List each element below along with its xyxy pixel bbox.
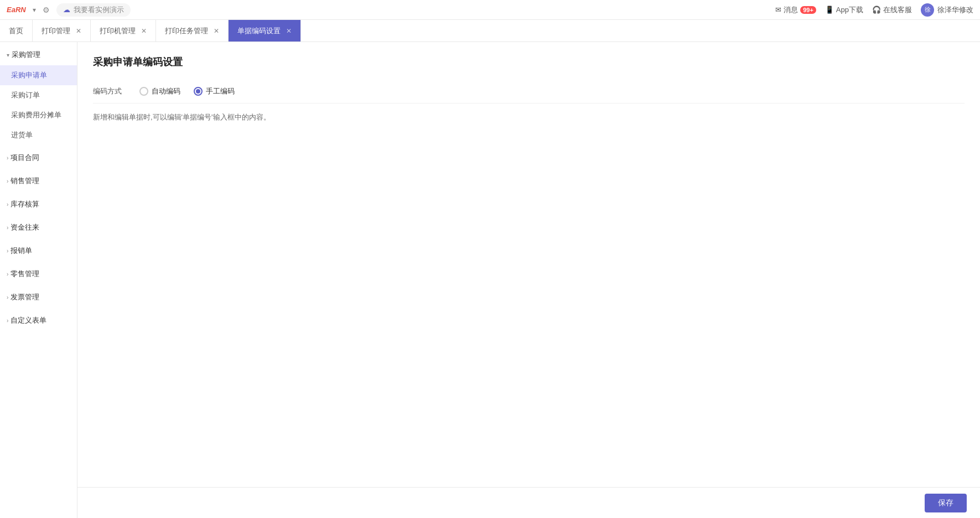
search-text: 我要看实例演示 (74, 5, 124, 15)
tab-print-manage-label: 打印管理 (42, 26, 70, 36)
sidebar-group-project-title[interactable]: › 项目合同 (0, 147, 77, 168)
tab-single-code[interactable]: 单据编码设置 ✕ (229, 20, 301, 42)
page-title: 采购申请单编码设置 (93, 55, 965, 69)
encoding-label: 编码方式 (93, 86, 126, 96)
tab-print-task-label: 打印任务管理 (165, 26, 208, 36)
radio-manual-code[interactable]: 手工编码 (194, 86, 235, 96)
sidebar-item-inbound-label: 进货单 (11, 131, 33, 139)
sidebar-group-purchase: ▾ 采购管理 采购申请单 采购订单 采购费用分摊单 进货单 (0, 44, 77, 145)
radio-auto-code[interactable]: 自动编码 (139, 86, 180, 96)
arrow-right-icon5: › (7, 248, 8, 254)
app-download-label: App下载 (836, 5, 863, 15)
sidebar-item-purchase-expense-label: 采购费用分摊单 (11, 111, 61, 119)
sidebar-group-project-label: 项目合同 (11, 153, 39, 163)
search-bar[interactable]: ☁ 我要看实例演示 (56, 3, 131, 17)
radio-group: 自动编码 手工编码 (139, 86, 235, 96)
sidebar-group-invoice-title[interactable]: › 发票管理 (0, 287, 77, 308)
messages-label: 消息 (784, 5, 798, 15)
sidebar-group-invoice: › 发票管理 (0, 287, 77, 308)
tab-print-manage[interactable]: 打印管理 ✕ (33, 20, 91, 42)
sidebar-group-purchase-title[interactable]: ▾ 采购管理 (0, 44, 77, 65)
sidebar-group-fund-label: 资金往来 (11, 222, 39, 232)
sidebar-group-retail-label: 零售管理 (11, 269, 39, 279)
top-bar-right: ✉ 消息 99+ 📱 App下载 🎧 在线客服 徐 徐泽华修改 (775, 3, 973, 17)
avatar: 徐 (921, 3, 934, 17)
arrow-right-icon6: › (7, 271, 8, 277)
message-icon: ✉ (775, 6, 781, 14)
sidebar-item-purchase-request[interactable]: 采购申请单 (0, 65, 77, 85)
headset-icon: 🎧 (872, 6, 881, 14)
sidebar-group-sales-label: 销售管理 (11, 176, 39, 186)
messages-button[interactable]: ✉ 消息 99+ (775, 5, 816, 15)
tab-printer-manage-label: 打印机管理 (100, 26, 136, 36)
chevron-down-icon[interactable]: ▾ (33, 6, 36, 14)
tab-print-task[interactable]: 打印任务管理 ✕ (156, 20, 229, 42)
app-download-button[interactable]: 📱 App下载 (825, 5, 863, 15)
nav-tabs: 首页 打印管理 ✕ 打印机管理 ✕ 打印任务管理 ✕ 单据编码设置 ✕ (0, 20, 980, 42)
sidebar-group-expense-title[interactable]: › 报销单 (0, 240, 77, 261)
content-area: 采购申请单编码设置 编码方式 自动编码 手工编码 新增和编辑单据时,可以编辑'单… (77, 42, 980, 518)
sidebar: ▾ 采购管理 采购申请单 采购订单 采购费用分摊单 进货单 › 项目合同 (0, 42, 77, 518)
user-name: 徐泽华修改 (937, 5, 973, 15)
tab-home[interactable]: 首页 (0, 20, 33, 42)
sidebar-group-custom-label: 自定义表单 (11, 315, 46, 325)
sidebar-item-purchase-order[interactable]: 采购订单 (0, 85, 77, 105)
arrow-right-icon7: › (7, 294, 8, 301)
close-printer-manage-icon[interactable]: ✕ (141, 27, 147, 35)
content-inner: 采购申请单编码设置 编码方式 自动编码 手工编码 新增和编辑单据时,可以编辑'单… (77, 42, 980, 487)
sidebar-group-retail: › 零售管理 (0, 263, 77, 284)
arrow-right-icon3: › (7, 201, 8, 208)
close-print-task-icon[interactable]: ✕ (214, 27, 219, 35)
sidebar-item-inbound[interactable]: 进货单 (0, 125, 77, 145)
sidebar-group-sales-title[interactable]: › 销售管理 (0, 170, 77, 191)
hint-text: 新增和编辑单据时,可以编辑'单据编号'输入框中的内容。 (93, 112, 965, 122)
arrow-right-icon4: › (7, 225, 8, 231)
tab-single-code-label: 单据编码设置 (237, 26, 281, 36)
phone-icon: 📱 (825, 6, 834, 14)
sidebar-item-purchase-request-label: 采购申请单 (11, 71, 47, 79)
radio-manual-circle[interactable] (194, 87, 203, 96)
user-profile[interactable]: 徐 徐泽华修改 (921, 3, 973, 17)
sidebar-group-sales: › 销售管理 (0, 170, 77, 191)
sidebar-group-retail-title[interactable]: › 零售管理 (0, 263, 77, 284)
top-bar: EaRN ▾ ⚙ ☁ 我要看实例演示 ✉ 消息 99+ 📱 App下载 🎧 在线… (0, 0, 980, 20)
sidebar-group-invoice-label: 发票管理 (11, 292, 39, 302)
tab-home-label: 首页 (9, 26, 23, 36)
sidebar-item-purchase-expense[interactable]: 采购费用分摊单 (0, 105, 77, 125)
sidebar-group-fund: › 资金往来 (0, 217, 77, 238)
gear-icon[interactable]: ⚙ (43, 6, 50, 14)
main-layout: ▾ 采购管理 采购申请单 采购订单 采购费用分摊单 进货单 › 项目合同 (0, 42, 980, 518)
encoding-row: 编码方式 自动编码 手工编码 (93, 80, 965, 103)
sidebar-group-inventory-title[interactable]: › 库存核算 (0, 194, 77, 215)
sidebar-group-expense-label: 报销单 (11, 246, 32, 256)
top-bar-left: EaRN ▾ ⚙ ☁ 我要看实例演示 (7, 3, 131, 17)
logo: EaRN (7, 6, 26, 14)
radio-auto-circle[interactable] (139, 87, 148, 96)
arrow-down-icon: ▾ (7, 52, 9, 58)
arrow-right-icon: › (7, 155, 8, 161)
sidebar-group-project: › 项目合同 (0, 147, 77, 168)
cloud-icon: ☁ (63, 6, 70, 14)
auto-code-label: 自动编码 (152, 86, 180, 96)
sidebar-item-purchase-order-label: 采购订单 (11, 91, 40, 99)
close-single-code-icon[interactable]: ✕ (286, 27, 292, 35)
messages-badge: 99+ (800, 6, 816, 14)
bottom-bar: 保存 (77, 487, 980, 518)
sidebar-group-inventory-label: 库存核算 (11, 199, 39, 209)
manual-code-label: 手工编码 (206, 86, 235, 96)
sidebar-group-custom: › 自定义表单 (0, 310, 77, 331)
save-button[interactable]: 保存 (925, 494, 967, 512)
arrow-right-icon2: › (7, 178, 8, 184)
sidebar-group-fund-title[interactable]: › 资金往来 (0, 217, 77, 238)
sidebar-group-expense: › 报销单 (0, 240, 77, 261)
sidebar-group-purchase-label: 采购管理 (12, 50, 40, 60)
arrow-right-icon8: › (7, 318, 8, 324)
online-service-label: 在线客服 (883, 5, 912, 15)
sidebar-group-custom-title[interactable]: › 自定义表单 (0, 310, 77, 331)
sidebar-group-inventory: › 库存核算 (0, 194, 77, 215)
tab-printer-manage[interactable]: 打印机管理 ✕ (91, 20, 156, 42)
close-print-manage-icon[interactable]: ✕ (76, 27, 81, 35)
online-service-button[interactable]: 🎧 在线客服 (872, 5, 912, 15)
